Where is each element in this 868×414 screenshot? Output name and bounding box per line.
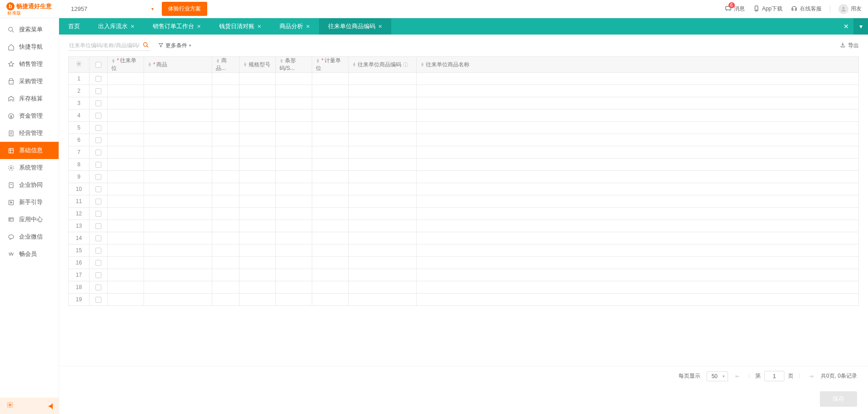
cell-product[interactable]: [144, 269, 212, 281]
cell-pnamep[interactable]: [417, 122, 859, 134]
help-icon[interactable]: ⓘ: [403, 62, 408, 67]
sort-icon[interactable]: ▲▼: [216, 59, 220, 63]
cell-unit[interactable]: [312, 195, 349, 208]
row-checkbox[interactable]: [95, 125, 101, 131]
cell-spec[interactable]: [239, 159, 276, 171]
export-button[interactable]: 导出: [840, 42, 859, 50]
row-checkbox[interactable]: [95, 186, 101, 192]
cell-barcode[interactable]: [276, 257, 312, 269]
cell-prodcode[interactable]: [212, 232, 239, 244]
cta-button[interactable]: 体验行业方案: [162, 2, 207, 16]
cell-pcodep[interactable]: [349, 220, 417, 232]
cell-unit[interactable]: [312, 171, 349, 183]
service-button[interactable]: 在线客服: [791, 5, 822, 13]
cell-barcode[interactable]: [276, 134, 312, 146]
cell-pnamep[interactable]: [417, 232, 859, 244]
row-checkbox[interactable]: [95, 113, 101, 119]
cell-barcode[interactable]: [276, 159, 312, 171]
close-all-icon[interactable]: ✕: [839, 18, 853, 35]
cell-product[interactable]: [144, 110, 212, 122]
cell-pcodep[interactable]: [349, 244, 417, 257]
cell-spec[interactable]: [239, 281, 276, 294]
next-page-icon[interactable]: 〉: [797, 371, 804, 381]
cell-barcode[interactable]: [276, 146, 312, 159]
cell-barcode[interactable]: [276, 85, 312, 97]
row-checkbox[interactable]: [95, 76, 101, 82]
sort-icon[interactable]: ▲▼: [111, 59, 115, 63]
cell-unit[interactable]: [312, 134, 349, 146]
settings-icon[interactable]: [6, 401, 14, 410]
cell-pnamep[interactable]: [417, 195, 859, 208]
save-button[interactable]: 保存: [820, 391, 857, 407]
cell-unit[interactable]: [312, 97, 349, 110]
page-input[interactable]: [764, 371, 784, 381]
cell-pnamep[interactable]: [417, 281, 859, 294]
cell-product[interactable]: [144, 281, 212, 294]
last-page-icon[interactable]: ⇥: [808, 372, 814, 380]
cell-product[interactable]: [144, 195, 212, 208]
cell-pcodep[interactable]: [349, 85, 417, 97]
col-partner[interactable]: ▲▼*往来单位: [108, 57, 144, 73]
row-checkbox[interactable]: [95, 297, 101, 303]
cell-partner[interactable]: [108, 73, 144, 85]
cell-pnamep[interactable]: [417, 208, 859, 220]
cell-spec[interactable]: [239, 220, 276, 232]
cell-pnamep[interactable]: [417, 294, 859, 306]
cell-prodcode[interactable]: [212, 146, 239, 159]
cell-pcodep[interactable]: [349, 232, 417, 244]
sort-icon[interactable]: ▲▼: [316, 59, 320, 63]
col-spec[interactable]: ▲▼规格型号: [239, 57, 276, 73]
cell-partner[interactable]: [108, 244, 144, 257]
cell-partner[interactable]: [108, 110, 144, 122]
cell-unit[interactable]: [312, 146, 349, 159]
first-page-icon[interactable]: ⇤: [734, 372, 741, 380]
cell-partner[interactable]: [108, 294, 144, 306]
cell-product[interactable]: [144, 208, 212, 220]
row-checkbox[interactable]: [95, 272, 101, 278]
cell-product[interactable]: [144, 146, 212, 159]
cell-prodcode[interactable]: [212, 269, 239, 281]
cell-spec[interactable]: [239, 73, 276, 85]
sidebar-item-1[interactable]: 快捷导航: [0, 38, 59, 55]
cell-spec[interactable]: [239, 232, 276, 244]
row-checkbox[interactable]: [95, 137, 101, 143]
cell-unit[interactable]: [312, 244, 349, 257]
cell-unit[interactable]: [312, 110, 349, 122]
cell-barcode[interactable]: [276, 232, 312, 244]
sort-icon[interactable]: ▲▼: [420, 62, 424, 67]
cell-unit[interactable]: [312, 294, 349, 306]
cell-barcode[interactable]: [276, 183, 312, 195]
cell-spec[interactable]: [239, 195, 276, 208]
cell-pnamep[interactable]: [417, 171, 859, 183]
tab-2[interactable]: 销售订单工作台✕: [144, 18, 210, 35]
cell-pnamep[interactable]: [417, 183, 859, 195]
cell-product[interactable]: [144, 183, 212, 195]
cell-unit[interactable]: [312, 220, 349, 232]
select-all-checkbox[interactable]: [95, 62, 101, 68]
cell-pnamep[interactable]: [417, 146, 859, 159]
row-checkbox[interactable]: [95, 174, 101, 180]
cell-prodcode[interactable]: [212, 159, 239, 171]
sidebar-item-7[interactable]: 基础信息: [0, 142, 59, 159]
cell-product[interactable]: [144, 159, 212, 171]
cell-product[interactable]: [144, 294, 212, 306]
cell-product[interactable]: [144, 134, 212, 146]
close-icon[interactable]: ✕: [306, 24, 310, 30]
cell-partner[interactable]: [108, 122, 144, 134]
cell-product[interactable]: [144, 122, 212, 134]
cell-unit[interactable]: [312, 85, 349, 97]
cell-spec[interactable]: [239, 257, 276, 269]
row-checkbox[interactable]: [95, 211, 101, 217]
cell-spec[interactable]: [239, 122, 276, 134]
cell-partner[interactable]: [108, 171, 144, 183]
cell-unit[interactable]: [312, 122, 349, 134]
cell-barcode[interactable]: [276, 220, 312, 232]
cell-pcodep[interactable]: [349, 171, 417, 183]
cell-barcode[interactable]: [276, 73, 312, 85]
cell-pnamep[interactable]: [417, 257, 859, 269]
cell-unit[interactable]: [312, 269, 349, 281]
cell-pnamep[interactable]: [417, 85, 859, 97]
cell-product[interactable]: [144, 232, 212, 244]
cell-barcode[interactable]: [276, 171, 312, 183]
cell-partner[interactable]: [108, 232, 144, 244]
